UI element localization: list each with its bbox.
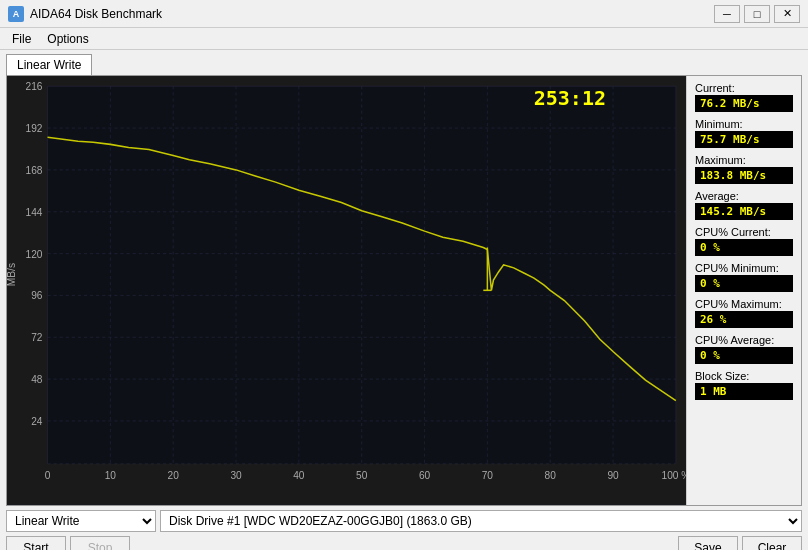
cpu-average-value: 0 % [695, 347, 793, 364]
svg-text:24: 24 [31, 416, 43, 427]
chart-wrapper: 253:12 [7, 76, 686, 505]
stat-average: Average: 145.2 MB/s [695, 190, 793, 220]
tab-bar: Linear Write [0, 50, 808, 75]
maximize-button[interactable]: □ [744, 5, 770, 23]
svg-text:100 %: 100 % [662, 470, 686, 481]
stats-panel: Current: 76.2 MB/s Minimum: 75.7 MB/s Ma… [686, 76, 801, 505]
svg-text:60: 60 [419, 470, 431, 481]
stat-minimum: Minimum: 75.7 MB/s [695, 118, 793, 148]
stat-block-size: Block Size: 1 MB [695, 370, 793, 400]
svg-text:168: 168 [26, 165, 43, 176]
svg-text:30: 30 [230, 470, 242, 481]
stat-current: Current: 76.2 MB/s [695, 82, 793, 112]
cpu-current-label: CPU% Current: [695, 226, 793, 238]
control-row-2: Start Stop Save Clear [6, 536, 802, 550]
bottom-controls: Linear Write Disk Drive #1 [WDC WD20EZAZ… [0, 506, 808, 550]
maximum-value: 183.8 MB/s [695, 167, 793, 184]
content-area: 253:12 [6, 75, 802, 506]
current-label: Current: [695, 82, 793, 94]
average-value: 145.2 MB/s [695, 203, 793, 220]
cpu-current-value: 0 % [695, 239, 793, 256]
stat-cpu-current: CPU% Current: 0 % [695, 226, 793, 256]
svg-text:90: 90 [607, 470, 619, 481]
stat-maximum: Maximum: 183.8 MB/s [695, 154, 793, 184]
svg-text:80: 80 [545, 470, 557, 481]
svg-text:70: 70 [482, 470, 494, 481]
cpu-maximum-value: 26 % [695, 311, 793, 328]
title-bar: A AIDA64 Disk Benchmark ─ □ ✕ [0, 0, 808, 28]
test-type-dropdown[interactable]: Linear Write [6, 510, 156, 532]
start-button[interactable]: Start [6, 536, 66, 550]
cpu-minimum-value: 0 % [695, 275, 793, 292]
drive-dropdown[interactable]: Disk Drive #1 [WDC WD20EZAZ-00GGJB0] (18… [160, 510, 802, 532]
clear-button[interactable]: Clear [742, 536, 802, 550]
average-label: Average: [695, 190, 793, 202]
svg-text:0: 0 [45, 470, 51, 481]
svg-text:192: 192 [26, 123, 43, 134]
svg-text:96: 96 [31, 290, 43, 301]
window-controls: ─ □ ✕ [714, 5, 800, 23]
svg-text:MB/s: MB/s [7, 263, 17, 286]
svg-text:144: 144 [26, 207, 43, 218]
stat-cpu-average: CPU% Average: 0 % [695, 334, 793, 364]
close-button[interactable]: ✕ [774, 5, 800, 23]
menu-bar: File Options [0, 28, 808, 50]
svg-text:48: 48 [31, 374, 43, 385]
cpu-maximum-label: CPU% Maximum: [695, 298, 793, 310]
block-size-label: Block Size: [695, 370, 793, 382]
svg-text:40: 40 [293, 470, 305, 481]
svg-text:120: 120 [26, 249, 43, 260]
cpu-minimum-label: CPU% Minimum: [695, 262, 793, 274]
minimum-value: 75.7 MB/s [695, 131, 793, 148]
control-row-1: Linear Write Disk Drive #1 [WDC WD20EZAZ… [6, 510, 802, 532]
menu-options[interactable]: Options [39, 30, 96, 47]
app-icon: A [8, 6, 24, 22]
maximum-label: Maximum: [695, 154, 793, 166]
svg-text:72: 72 [31, 332, 43, 343]
window-title: AIDA64 Disk Benchmark [30, 7, 162, 21]
svg-text:50: 50 [356, 470, 368, 481]
current-value: 76.2 MB/s [695, 95, 793, 112]
stat-cpu-minimum: CPU% Minimum: 0 % [695, 262, 793, 292]
svg-text:10: 10 [105, 470, 117, 481]
cpu-average-label: CPU% Average: [695, 334, 793, 346]
block-size-value: 1 MB [695, 383, 793, 400]
svg-text:20: 20 [168, 470, 180, 481]
stop-button[interactable]: Stop [70, 536, 130, 550]
benchmark-chart: 216 192 168 144 120 96 72 48 24 MB/s 0 1… [7, 76, 686, 505]
stat-cpu-maximum: CPU% Maximum: 26 % [695, 298, 793, 328]
svg-text:216: 216 [26, 81, 43, 92]
menu-file[interactable]: File [4, 30, 39, 47]
timer-display: 253:12 [534, 86, 606, 110]
chart-area: 253:12 [7, 76, 686, 505]
tab-linear-write[interactable]: Linear Write [6, 54, 92, 75]
minimize-button[interactable]: ─ [714, 5, 740, 23]
minimum-label: Minimum: [695, 118, 793, 130]
save-button[interactable]: Save [678, 536, 738, 550]
